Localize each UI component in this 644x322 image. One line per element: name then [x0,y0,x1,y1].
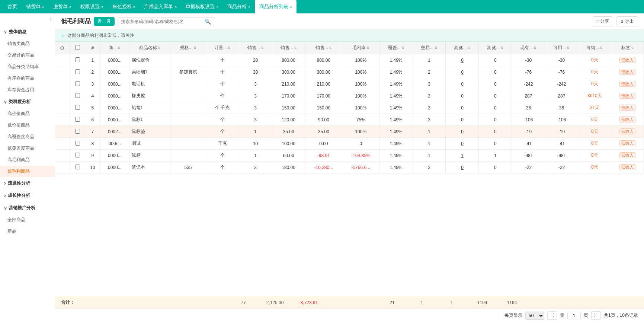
row-select-checkbox[interactable] [75,141,80,146]
sidebar-item-高毛利商品[interactable]: 高毛利商品 [0,154,55,166]
browse1-link[interactable]: 0 [461,58,464,63]
row-name-7[interactable]: 测试 [129,138,170,150]
sort-icon-available[interactable]: ⇅ [567,46,570,50]
row-browse1-8[interactable]: 1 [446,150,479,162]
row-select-checkbox[interactable] [75,117,80,122]
sort-icon-saleProfit[interactable]: ⇅ [329,46,332,50]
col-header-name[interactable]: 商品名称⇅ [129,42,170,54]
sort-icon-saleQty[interactable]: ⇅ [261,46,264,50]
close-icon[interactable]: × [174,5,177,9]
page-size-select[interactable]: 50 20 100 [525,312,544,320]
col-header-saleAmt[interactable]: 销售...⇅ [272,42,305,54]
search-icon[interactable]: 🔍 [205,19,211,25]
row-browse1-1[interactable]: 0 [446,66,479,78]
sidebar-item-高覆盖度商品[interactable]: 高覆盖度商品 [0,131,55,143]
col-header-settings[interactable]: ⚙ [55,42,70,54]
sort-icon-grossRate[interactable]: ⇅ [366,46,369,50]
time-filter-button[interactable]: 近一月 [94,17,115,26]
select-all-checkbox[interactable] [75,45,80,50]
sort-icon-unit[interactable]: ⇅ [228,46,231,50]
sidebar-group-title-3[interactable]: > 成长性分析 [0,189,55,202]
sidebar-item-低毛利商品[interactable]: 低毛利商品 [0,166,55,177]
col-header-current[interactable]: 现有...⇅ [512,42,545,54]
row-checkbox-4[interactable] [70,102,85,114]
sort-icon-name[interactable]: ⇅ [158,46,161,50]
sidebar-item-商品分类助销率[interactable]: 商品分类助销率 [0,61,55,73]
col-header-spec[interactable]: 规格...⇅ [170,42,206,54]
sidebar-item-低覆盖度商品[interactable]: 低覆盖度商品 [0,143,55,154]
row-name-9[interactable]: 笔记本 [129,162,170,173]
sort-icon-spec[interactable]: ⇅ [193,46,196,50]
col-header-saleable[interactable]: 可销...⇅ [578,42,611,54]
col-header-coverage[interactable]: 覆盖...⇅ [379,42,413,54]
sidebar-collapse-button[interactable]: 《 [0,13,55,26]
close-icon[interactable]: × [248,5,250,9]
nav-item-产成品入库单[interactable]: 产成品入库单× [140,0,181,13]
row-name-2[interactable]: 电话机 [129,78,170,90]
browse1-link[interactable]: 0 [461,82,464,87]
sidebar-item-全部商品[interactable]: 全部商品 [0,214,55,226]
sort-icon-trade[interactable]: ⇅ [435,46,438,50]
close-icon[interactable]: × [69,5,71,9]
row-browse1-4[interactable]: 0 [446,102,479,114]
row-checkbox-1[interactable] [70,66,85,78]
row-select-checkbox[interactable] [75,153,80,157]
sort-icon-saleable[interactable]: ⇅ [600,46,603,50]
row-browse1-0[interactable]: 0 [446,54,479,66]
row-checkbox-5[interactable] [70,114,85,126]
browse1-link[interactable]: 0 [461,93,464,99]
sidebar-item-有库存的商品[interactable]: 有库存的商品 [0,73,55,84]
search-input[interactable] [121,19,205,24]
sidebar-item-库存资金占用[interactable]: 库存资金占用 [0,84,55,96]
close-icon[interactable]: × [216,5,218,9]
col-header-browse1[interactable]: 浏览...⇅ [446,42,479,54]
row-select-checkbox[interactable] [75,69,80,74]
nav-item-首页[interactable]: 首页 [3,0,22,13]
browse1-link[interactable]: 0 [461,165,464,170]
row-name-6[interactable]: 鼠标垫 [129,126,170,138]
row-select-checkbox[interactable] [75,105,80,110]
row-browse1-3[interactable]: 0 [446,90,479,102]
col-header-saleQty[interactable]: 销售...⇅ [239,42,272,54]
browse1-link[interactable]: 0 [461,141,464,146]
row-checkbox-8[interactable] [70,150,85,162]
sidebar-item-销售类商品[interactable]: 销售类商品 [0,38,55,50]
row-select-checkbox[interactable] [75,93,80,98]
sidebar-item-新品[interactable]: 新品 [0,226,55,237]
browse1-link[interactable]: 0 [461,117,464,122]
col-header-grossRate[interactable]: 毛利率⇅ [342,42,379,54]
close-icon[interactable]: × [290,5,292,9]
sort-icon-code[interactable]: ⇅ [118,46,121,50]
col-header-check[interactable] [70,42,85,54]
row-name-4[interactable]: 铅笔1 [129,102,170,114]
sidebar-item-低价值商品[interactable]: 低价值商品 [0,119,55,131]
browse1-link[interactable]: 0 [461,105,464,111]
sort-icon-current[interactable]: ⇅ [534,46,536,50]
sort-icon-coverage[interactable]: ⇅ [401,46,404,50]
prev-page-button[interactable]: 〈 [547,311,557,320]
row-browse1-5[interactable]: 0 [446,114,479,126]
row-name-8[interactable]: 鼠标 [129,150,170,162]
page-number-input[interactable] [567,312,581,319]
row-name-1[interactable]: 吴细细1 [129,66,170,78]
col-header-code[interactable]: 商...⇅ [100,42,129,54]
sidebar-group-title-4[interactable]: ∨ 营销推广分析 [0,202,55,214]
row-browse1-6[interactable]: 0 [446,126,479,138]
next-page-button[interactable]: 〉 [591,311,601,320]
row-checkbox-9[interactable] [70,162,85,173]
row-browse1-9[interactable]: 0 [446,162,479,173]
share-button[interactable]: ⤴ 分享 [593,16,613,26]
sidebar-group-title-2[interactable]: > 流通性分析 [0,177,55,189]
sidebar-item-交易过的商品[interactable]: 交易过的商品 [0,50,55,61]
export-button[interactable]: ⬇ 导出 [616,16,638,26]
nav-item-商品分析列表[interactable]: 商品分析列表× [255,0,297,13]
sidebar-group-title-0[interactable]: ∨ 整体信息 [0,26,55,38]
col-header-no[interactable]: # [85,42,100,54]
col-header-saleProfit[interactable]: 销售...⇅ [305,42,342,54]
col-header-tag[interactable]: 标签⇅ [611,42,644,54]
row-select-checkbox[interactable] [75,57,80,62]
browse1-link[interactable]: 1 [461,153,464,158]
row-checkbox-3[interactable] [70,90,85,102]
browse1-link[interactable]: 0 [461,129,464,134]
row-checkbox-0[interactable] [70,54,85,66]
